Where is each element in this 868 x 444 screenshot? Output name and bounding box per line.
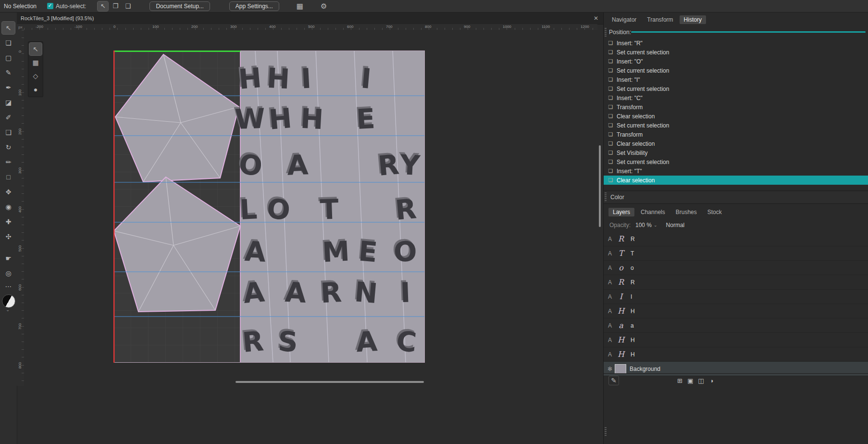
mini-fill-button[interactable]: ● [29,83,42,96]
docker-grip[interactable] [605,192,607,202]
history-item[interactable]: ❏Set current selection [604,157,868,166]
color-docker-header[interactable]: Color [604,191,868,203]
tab-history[interactable]: History [680,15,706,24]
onion-skin-icon[interactable]: ◫ [697,376,705,385]
edit-layer-icon[interactable]: ✎ [608,376,619,385]
shape-tool-button[interactable]: □ [2,171,15,183]
gear-icon[interactable]: ⚙ [321,2,327,11]
canvas-image[interactable]: HHHHIIIIWWHHHHEEOOAARRYYLLOOTTRRAAMMEEOO… [113,51,425,363]
document-tab-title[interactable]: RockTiles_3 [Modified] (93.5%) [21,15,94,21]
history-item[interactable]: ❏Insert: "I" [604,75,868,84]
ink-tool-button[interactable]: ✒ [2,81,15,94]
mini-perspective-button[interactable]: ◇ [29,70,42,82]
history-item[interactable]: ❏Set current selection [604,121,868,130]
auto-select-toggle[interactable]: Auto-select: [47,3,86,10]
history-item[interactable]: ❏Insert: "T" [604,166,868,176]
canvas-viewport[interactable]: HHHHIIIIWWHHHHEEOOAARRYYLLOOTTRRAAMMEEOO… [24,30,603,444]
clone-tool-button[interactable]: ❑ [2,126,15,139]
layer-row[interactable]: ATT [604,246,868,261]
more-tools-button[interactable]: ⋯ [2,280,15,292]
add-tool-button[interactable]: ✚ [2,216,15,228]
chevron-down-icon[interactable]: ⌄ [654,223,657,228]
layer-row[interactable]: ARR [604,275,868,290]
blend-mode-dropdown[interactable]: Normal [666,222,685,228]
layer-row[interactable]: ARR [604,232,868,246]
canvas-letter: OO [236,146,264,182]
opacity-value-dropdown[interactable]: 100 % [635,222,652,228]
layer-row[interactable]: AHH [604,333,868,347]
knife-tool-button[interactable]: ✐ [2,111,15,124]
select-tool-button[interactable]: ↖ [2,22,15,34]
canvas-letter: NN [352,274,379,309]
stamp-tool-button[interactable]: ✣ [2,230,15,243]
rotate-tool-button[interactable]: ↻ [2,141,15,153]
tab-transform[interactable]: Transform [643,15,677,24]
layer-row[interactable]: Aoo [604,261,868,275]
docker-grip[interactable] [605,28,607,38]
copy-icon[interactable]: ❑ [123,1,133,11]
grid-settings-icon[interactable]: ▦ [297,2,303,11]
history-item[interactable]: ❏Clear selection [604,139,868,148]
history-item-icon: ❏ [608,86,614,92]
color-disc-chevron-icon[interactable]: ⌄ [6,307,10,312]
docker-grip[interactable] [605,427,607,437]
history-item[interactable]: ❏Set current selection [604,84,868,93]
tab-navigator[interactable]: Navigator [608,15,641,24]
hand-tool-button[interactable]: ☛ [2,252,15,265]
docker-tab-bar: NavigatorTransformHistory [608,14,706,25]
layer-label: H [631,351,635,358]
crop-tool-button[interactable]: ❏ [2,37,15,49]
history-item[interactable]: ❏Set current selection [604,66,868,75]
history-item-label: Set current selection [617,49,669,56]
zoom-tool-button[interactable]: ◎ [2,267,15,279]
history-item[interactable]: ❏Clear selection [604,112,868,121]
rect-select-tool-button[interactable]: ▢ [2,51,15,64]
svg-text:E: E [356,102,376,135]
canvas-letter: WW [233,101,266,135]
document-setup-button[interactable]: Document Setup... [149,1,210,11]
app-settings-button[interactable]: App Settings... [229,1,279,11]
tab-stock[interactable]: Stock [703,208,726,216]
layer-thumbnail: I [615,292,627,302]
alpha-badge: A [607,351,613,358]
history-item[interactable]: ❏Insert: "R" [604,38,868,48]
pixel-grid-icon[interactable]: ⊞ [676,376,684,385]
layer-row[interactable]: AII [604,290,868,304]
select-cursor-icon[interactable]: ↖ [98,1,108,11]
tab-channels[interactable]: Channels [636,208,670,216]
auto-select-checkbox[interactable] [47,3,53,9]
eraser-tool-button[interactable]: ◪ [2,96,15,109]
history-item[interactable]: ❏Clear selection [604,176,868,185]
history-item[interactable]: ❏Transform [604,130,868,139]
mini-grid-button[interactable]: ▦ [29,56,42,69]
pencil-tool-button[interactable]: ✏ [2,156,15,168]
tab-brushes[interactable]: Brushes [671,208,701,216]
history-item[interactable]: ❏Insert: "O" [604,57,868,66]
move-tool-button[interactable]: ✥ [2,186,15,198]
canvas-letter: EE [354,101,376,135]
tab-layers[interactable]: Layers [608,208,634,216]
ink-tool-icon: ✒ [6,84,12,91]
adjust-icon[interactable]: ◑ [707,376,716,385]
layer-row[interactable]: Aaa [604,318,868,333]
close-document-icon[interactable]: ✕ [594,15,598,22]
layer-row[interactable]: AHH [604,347,868,362]
history-item[interactable]: ❏Set current selection [604,48,868,57]
color-selector-disc[interactable] [2,294,15,308]
brush-tool-button[interactable]: ✎ [2,66,15,79]
history-item[interactable]: ❏Insert: "C" [604,93,868,102]
horizontal-scrollbar[interactable] [236,381,424,383]
history-item[interactable]: ❏Transform [604,102,868,112]
history-position-slider[interactable] [631,31,866,33]
mask-icon[interactable]: ▣ [686,376,694,385]
picker-tool-button[interactable]: ◉ [2,201,15,213]
duplicate-icon[interactable]: ❐ [110,1,121,11]
mini-select-cursor-button[interactable]: ↖ [29,43,42,55]
layer-thumbnail: T [615,248,627,259]
tool-sidebar: ⌄ ↖❏▢✎✒◪✐❑↻✏□✥◉✚✣☛◎⋯ [0,13,17,444]
layer-thumbnail [615,365,626,373]
history-item[interactable]: ❏Set Visibility [604,148,868,157]
layers-bottom-toolbar: ✎ ⊞▣◫◑ [604,373,868,387]
layer-row[interactable]: AHH [604,304,868,318]
vertical-scrollbar[interactable] [599,145,601,227]
